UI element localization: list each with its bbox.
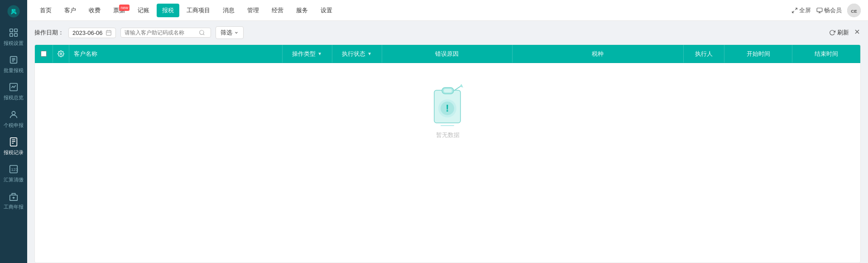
nav-item-shezhi[interactable]: 设置 [315, 4, 338, 17]
gongshangnianba-icon [7, 190, 20, 203]
th-executor: 执行人 [684, 45, 724, 63]
baoshuishezhi-icon [7, 26, 20, 39]
svg-text:!: ! [446, 102, 449, 114]
svg-rect-5 [14, 34, 17, 36]
svg-rect-2 [10, 29, 13, 32]
close-btn[interactable] [854, 28, 861, 38]
main-area: 首页 客户 收费 票据 new 记账 报税 工商项目 消息 管理 经营 服务 设… [27, 0, 868, 263]
sidebar-item-pilianbaoshui[interactable]: 批量报税 [0, 50, 27, 77]
select-all-checkbox[interactable] [41, 51, 47, 57]
sidebar: 凤 报税设置 批量报税 [0, 0, 27, 263]
refresh-btn[interactable]: 刷新 [829, 29, 849, 37]
nav-item-baoshui[interactable]: 报税 [157, 4, 179, 17]
close-icon [854, 28, 861, 35]
th-reason: 错误原因 [382, 45, 513, 63]
nav-item-jingying[interactable]: 经营 [266, 4, 289, 17]
sidebar-label-gongshangnianba: 工商年报 [4, 204, 24, 210]
nav-item-shouye[interactable]: 首页 [34, 4, 57, 17]
pilianbaoshui-icon [7, 54, 20, 66]
sidebar-logo: 凤 [0, 0, 27, 23]
topnav: 首页 客户 收费 票据 new 记账 报税 工商项目 消息 管理 经营 服务 设… [27, 0, 868, 21]
table-container: 客户名称 操作类型 ▼ 执行状态 ▼ 错误原因 税种 执行人 [34, 44, 861, 263]
svg-rect-4 [10, 34, 13, 36]
sidebar-item-baoshuijilu[interactable]: 报税记录 [0, 132, 27, 159]
chevron-down-icon [234, 30, 239, 35]
sidebar-label-baoshuizonglan: 报税总览 [4, 95, 24, 101]
date-input[interactable]: 2023-06-06 [68, 28, 116, 38]
topnav-right: 全屏 畅会员 CE [791, 4, 861, 17]
th-endtime: 结束时间 [792, 45, 860, 63]
search-icon [199, 29, 205, 36]
th-status[interactable]: 执行状态 ▼ [332, 45, 382, 63]
baoshuijilu-icon [7, 136, 20, 148]
baoshuizonglan-icon [7, 81, 20, 93]
sidebar-label-pilianbaoshui: 批量报税 [4, 68, 24, 73]
svg-text:凤: 凤 [10, 9, 16, 15]
svg-text:CE: CE [851, 8, 857, 13]
sidebar-item-geshuishenbao[interactable]: 个税申报 [0, 105, 27, 132]
filter-btn[interactable]: 筛选 [216, 26, 244, 39]
sidebar-item-huisuanqingmiao[interactable]: 123 汇算清缴 [0, 159, 27, 186]
toolbar-right: 刷新 [829, 28, 861, 38]
fullscreen-btn[interactable]: 全屏 [791, 6, 811, 15]
table-header: 客户名称 操作类型 ▼ 执行状态 ▼ 错误原因 税种 执行人 [35, 45, 860, 63]
empty-state: ! 暂无数据 [35, 63, 860, 157]
svg-text:123: 123 [11, 167, 18, 172]
nav-item-gongshangxiangmu[interactable]: 工商项目 [181, 4, 216, 17]
date-label: 操作日期： [34, 29, 64, 37]
nav-item-xiaoxi[interactable]: 消息 [217, 4, 240, 17]
sidebar-item-baoshuizonglan[interactable]: 报税总览 [0, 77, 27, 104]
table-scroll-area: ! 暂无数据 [35, 63, 860, 263]
th-starttime: 开始时间 [724, 45, 792, 63]
empty-illustration: ! [427, 81, 468, 131]
refresh-icon [829, 29, 835, 36]
th-optype[interactable]: 操作类型 ▼ [283, 45, 332, 63]
sidebar-label-geshuishenbao: 个税申报 [4, 122, 24, 128]
nav-item-fuwu[interactable]: 服务 [291, 4, 313, 17]
nav-item-jizhang[interactable]: 记账 [132, 4, 155, 17]
svg-rect-12 [10, 138, 17, 146]
calendar-icon [106, 29, 112, 36]
svg-line-21 [795, 8, 797, 10]
sidebar-label-baoshuijilu: 报税记录 [4, 150, 24, 156]
svg-line-33 [203, 34, 204, 35]
date-value: 2023-06-06 [72, 29, 103, 36]
search-box[interactable] [120, 28, 211, 38]
content: 操作日期： 2023-06-06 筛选 [27, 21, 868, 263]
empty-text: 暂无数据 [436, 131, 460, 139]
member-icon [816, 7, 823, 14]
search-input[interactable] [125, 29, 197, 36]
th-taxtype: 税种 [513, 45, 684, 63]
th-gear[interactable] [53, 45, 69, 63]
nav-item-kehu[interactable]: 客户 [59, 4, 82, 17]
toolbar: 操作日期： 2023-06-06 筛选 [27, 21, 868, 44]
svg-line-22 [792, 11, 794, 13]
svg-point-32 [199, 30, 203, 34]
huisuanqingmiao-icon: 123 [7, 163, 20, 175]
svg-point-36 [60, 53, 62, 55]
avatar[interactable]: CE [847, 4, 861, 17]
th-checkbox[interactable] [35, 45, 53, 63]
svg-rect-3 [14, 29, 17, 32]
svg-rect-23 [817, 8, 822, 11]
geshuishenbao-icon [7, 108, 20, 121]
member-btn[interactable]: 畅会员 [816, 6, 842, 15]
new-badge: new [119, 5, 129, 11]
svg-rect-39 [444, 89, 452, 93]
nav-item-piaoju[interactable]: 票据 new [108, 4, 130, 17]
sidebar-item-baoshuishezhi[interactable]: 报税设置 [0, 23, 27, 50]
sidebar-label-baoshuishezhi: 报税设置 [4, 40, 24, 46]
sort-status-icon: ▼ [367, 51, 372, 56]
svg-rect-28 [106, 30, 111, 35]
nav-item-guanli[interactable]: 管理 [242, 4, 264, 17]
sidebar-item-gongshangnianba[interactable]: 工商年报 [0, 186, 27, 214]
topnav-items: 首页 客户 收费 票据 new 记账 报税 工商项目 消息 管理 经营 服务 设… [34, 4, 791, 17]
sidebar-label-huisuanqingmiao: 汇算清缴 [4, 177, 24, 183]
gear-icon [58, 50, 64, 57]
nav-item-shoufei[interactable]: 收费 [83, 4, 106, 17]
th-name: 客户名称 [69, 45, 283, 63]
fullscreen-icon [791, 7, 798, 14]
svg-point-11 [12, 111, 15, 114]
sort-optype-icon: ▼ [317, 51, 322, 56]
